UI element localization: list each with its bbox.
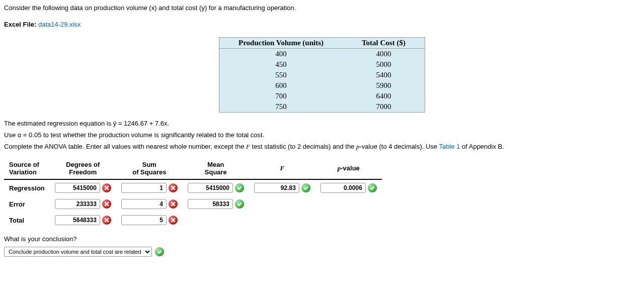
table-row: 6005900 xyxy=(219,80,425,91)
cell: 750 xyxy=(219,102,343,113)
cell: 450 xyxy=(219,59,343,70)
regression-equation: The estimated regression equation is ŷ =… xyxy=(4,120,640,127)
row-label: Total xyxy=(4,212,50,228)
anova-row-regression: Regression xyxy=(4,179,382,196)
data-table-header-cost: Total Cost ($) xyxy=(343,38,425,49)
correct-icon xyxy=(235,199,244,209)
correct-icon xyxy=(235,183,244,192)
excel-file-label: Excel File: xyxy=(4,21,36,28)
anova-row-error: Error xyxy=(4,196,382,212)
conclusion-row: Conclude production volume and total cos… xyxy=(4,247,640,257)
conclusion-select[interactable]: Conclude production volume and total cos… xyxy=(4,247,152,257)
alpha-instruction: Use α = 0.05 to test whether the product… xyxy=(4,131,640,139)
excel-file-link[interactable]: data14-29.xlsx xyxy=(38,21,81,28)
complete-text-a: Complete the ANOVA table. Enter all valu… xyxy=(4,143,246,150)
conclusion-question: What is your conclusion? xyxy=(4,235,640,243)
complete-text-c: -value (to 4 decimals). Use xyxy=(359,143,439,150)
correct-icon xyxy=(368,183,377,192)
regression-df-input[interactable] xyxy=(121,183,167,193)
regression-p-input[interactable] xyxy=(320,183,366,193)
excel-file-line: Excel File: data14-29.xlsx xyxy=(4,21,640,28)
total-df-input[interactable] xyxy=(121,215,167,225)
table-row: 4505000 xyxy=(219,59,425,70)
total-ss-input[interactable] xyxy=(55,215,100,225)
anova-header-ss: Sumof Squares xyxy=(116,158,183,179)
table-row: 5505400 xyxy=(219,70,425,80)
anova-header-source: Source ofVariation xyxy=(4,158,50,179)
data-table: Production Volume (units) Total Cost ($)… xyxy=(219,37,425,113)
complete-text-d: of Appendix B. xyxy=(460,143,504,150)
f-var: F xyxy=(246,143,250,150)
table-row: 7507000 xyxy=(219,102,425,113)
row-label: Regression xyxy=(4,179,50,196)
cell: 700 xyxy=(219,91,343,102)
table-row: 4004000 xyxy=(219,49,425,60)
anova-table-container: Source ofVariation Degrees ofFreedom Sum… xyxy=(4,158,640,228)
cell: 6400 xyxy=(343,91,425,102)
wrong-icon xyxy=(169,216,178,225)
row-label: Error xyxy=(4,196,50,212)
anova-header-pvalue: p-value xyxy=(315,158,382,179)
error-df-input[interactable] xyxy=(121,199,167,209)
anova-header-df: Degrees ofFreedom xyxy=(50,158,116,179)
error-ss-input[interactable] xyxy=(55,199,100,209)
cell: 5000 xyxy=(343,59,425,70)
correct-icon xyxy=(155,247,164,256)
cell: 4000 xyxy=(343,49,425,60)
cell: 600 xyxy=(219,80,343,91)
table-row: 7006400 xyxy=(219,91,425,102)
table1-link[interactable]: Table 1 xyxy=(439,143,460,150)
cell: 7000 xyxy=(343,102,425,113)
error-ms-input[interactable] xyxy=(188,199,233,209)
regression-f-input[interactable] xyxy=(254,183,299,193)
wrong-icon xyxy=(169,199,178,209)
wrong-icon xyxy=(102,183,111,192)
intro-text: Consider the following data on productio… xyxy=(4,4,640,12)
cell: 550 xyxy=(219,70,343,80)
anova-header-ms: MeanSquare xyxy=(183,158,249,179)
anova-row-total: Total xyxy=(4,212,382,228)
correct-icon xyxy=(301,183,310,192)
data-table-header-volume: Production Volume (units) xyxy=(219,38,343,49)
anova-header-f: F xyxy=(249,158,315,179)
cell: 5400 xyxy=(343,70,425,80)
wrong-icon xyxy=(102,216,111,225)
complete-instruction: Complete the ANOVA table. Enter all valu… xyxy=(4,143,640,151)
wrong-icon xyxy=(169,183,178,192)
wrong-icon xyxy=(102,199,111,209)
regression-ss-input[interactable] xyxy=(55,183,100,193)
anova-table: Source ofVariation Degrees ofFreedom Sum… xyxy=(4,158,382,228)
cell: 400 xyxy=(219,49,343,60)
cell: 5900 xyxy=(343,80,425,91)
complete-text-b: test statistic (to 2 decimals) and the xyxy=(250,143,356,150)
regression-ms-input[interactable] xyxy=(188,183,233,193)
data-table-container: Production Volume (units) Total Cost ($)… xyxy=(4,37,640,113)
